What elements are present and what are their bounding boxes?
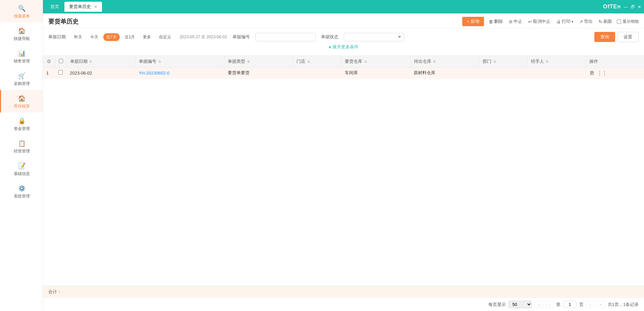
th-type: 单据类型 ⇅ xyxy=(224,56,293,68)
sidebar-item-sales[interactable]: 📊 销售管理 xyxy=(0,45,43,68)
date-filter-label: 单据日期 xyxy=(48,34,66,40)
footer-total-label: 合计： xyxy=(48,289,61,295)
sidebar-item-basic[interactable]: 📝 基础信息 xyxy=(0,158,43,180)
bill-number-input[interactable] xyxy=(255,33,316,41)
print-label: 打印 xyxy=(562,18,571,25)
sort-type-icon[interactable]: ⇅ xyxy=(247,60,250,63)
print-button[interactable]: 🖨 打印 ▾ xyxy=(555,18,575,25)
row-type: 要货单要货 xyxy=(224,68,293,79)
sidebar-item-system[interactable]: ⚙️ 系统管理 xyxy=(0,180,43,203)
sort-number-icon[interactable]: ⇅ xyxy=(158,60,161,63)
cancel-stop-button[interactable]: ↩ 取消中止 xyxy=(527,18,552,25)
sidebar-item-operations[interactable]: 📋 经营管理 xyxy=(0,135,43,158)
page-prefix-label: 第 xyxy=(556,302,560,308)
date-btn-more[interactable]: 更多 xyxy=(140,33,154,41)
sort-department-icon[interactable]: ⇅ xyxy=(493,60,496,63)
cart-icon: 🛒 xyxy=(18,72,25,80)
select-all-checkbox[interactable] xyxy=(59,59,63,63)
stop-label: 中止 xyxy=(514,18,522,25)
th-checkbox xyxy=(55,56,66,68)
next-page-button[interactable]: › xyxy=(586,301,594,308)
brand-logo: OfTEn xyxy=(603,4,621,10)
chevron-down-icon: ▾ xyxy=(329,45,331,50)
th-settings: ⚙ xyxy=(43,56,55,68)
date-btn-today[interactable]: 今天 xyxy=(87,33,101,41)
window-minimize-btn[interactable]: — xyxy=(624,4,628,9)
row-actions: 🖹 ⋮⋮ xyxy=(586,68,644,79)
last-page-button[interactable]: » xyxy=(596,301,605,308)
stop-button[interactable]: ⊘ 中止 xyxy=(507,18,524,25)
bill-number-label: 单据编号 xyxy=(232,34,250,40)
date-range-display: 2023-05-27 至 2023-06-02 xyxy=(179,34,227,40)
system-icon: ⚙️ xyxy=(18,185,25,192)
row-select-checkbox[interactable] xyxy=(58,70,63,75)
date-btn-7days[interactable]: 近7天 xyxy=(103,33,120,41)
row-pending-warehouse: 原材料仓库 xyxy=(410,68,479,79)
chart-icon: 📊 xyxy=(18,50,25,57)
prev-page-button[interactable]: ‹ xyxy=(546,301,553,308)
th-store-label: 门店 xyxy=(297,59,305,64)
sidebar-item-quick-nav-label: 快捷导航 xyxy=(14,36,30,42)
refresh-icon: ↻ xyxy=(599,19,602,24)
sidebar-item-system-label: 系统管理 xyxy=(14,193,30,199)
view-action-icon[interactable]: 🖹 xyxy=(589,70,594,76)
date-btn-1month[interactable]: 近1月 xyxy=(122,33,138,41)
show-detail-checkbox[interactable] xyxy=(617,19,621,24)
row-number: YH-20230602-0 xyxy=(135,68,224,79)
refresh-button[interactable]: ↻ 刷新 xyxy=(597,18,613,25)
th-pending-warehouse-label: 待出仓库 xyxy=(414,59,431,64)
home-icon: 🏠 xyxy=(18,27,25,35)
tab-close-icon[interactable]: ✕ xyxy=(94,5,97,9)
sidebar-item-purchase[interactable]: 🛒 采购管理 xyxy=(0,68,43,90)
sidebar-item-inventory[interactable]: 🏠 库存核算 xyxy=(0,90,43,113)
sidebar-item-inventory-label: 库存核算 xyxy=(14,103,30,109)
date-btn-custom[interactable]: 自定义 xyxy=(156,33,174,41)
search-button[interactable]: 查询 xyxy=(594,32,615,42)
bill-status-label: 单据状态 xyxy=(321,34,338,40)
tab-home[interactable]: 首页 xyxy=(46,2,64,12)
per-page-select[interactable]: 20 50 100 200 xyxy=(508,301,532,308)
tab-requisition-history-label: 要货单历史 xyxy=(69,4,91,10)
delete-button[interactable]: 🗑 删除 xyxy=(487,18,504,25)
edit-action-icon[interactable]: ⋮⋮ xyxy=(597,70,607,76)
date-btn-yesterday[interactable]: 昨天 xyxy=(71,33,85,41)
sidebar-item-finance[interactable]: 🔒 资金管理 xyxy=(0,113,43,135)
new-button[interactable]: + 新增 xyxy=(462,17,484,26)
th-store: 门店 ⇅ xyxy=(293,56,341,68)
first-page-button[interactable]: « xyxy=(535,301,543,308)
export-button[interactable]: ↗ 导出 xyxy=(578,18,594,25)
row-index: 1 xyxy=(43,68,55,79)
table-footer: 合计： xyxy=(43,286,644,298)
settings-button[interactable]: 设置 xyxy=(617,32,639,42)
column-settings-icon[interactable]: ⚙ xyxy=(47,58,51,64)
pagination: 每页显示 20 50 100 200 « ‹ 第 页 › » 共1页，1条记录 xyxy=(43,298,644,311)
sidebar-item-search[interactable]: 🔍 搜索菜单 xyxy=(0,0,43,23)
sort-handler-icon[interactable]: ⇅ xyxy=(546,60,548,63)
page-number-input[interactable] xyxy=(563,301,577,308)
sort-store-icon[interactable]: ⇅ xyxy=(307,60,310,63)
th-department: 部门 ⇅ xyxy=(479,56,527,68)
topbar-right: OfTEn — 🗗 ✕ xyxy=(603,4,641,10)
tab-requisition-history[interactable]: 要货单历史 ✕ xyxy=(64,2,102,12)
row-number-link[interactable]: YH-20230602-0 xyxy=(139,71,169,76)
main-area: 首页 要货单历史 ✕ OfTEn — 🗗 ✕ 要货单历史 + 新增 🗑 删除 xyxy=(43,0,644,311)
cancel-stop-label: 取消中止 xyxy=(533,18,550,25)
sort-date-icon[interactable]: ⇅ xyxy=(89,60,92,63)
window-close-btn[interactable]: ✕ xyxy=(638,4,641,9)
th-handler: 经手人 ⇅ xyxy=(527,56,586,68)
expand-filter-button[interactable]: ▾ 展开更多条件 xyxy=(329,44,359,50)
th-date-label: 单据日期 xyxy=(70,59,88,64)
bill-status-select[interactable] xyxy=(344,33,404,41)
page-suffix-label: 页 xyxy=(579,302,584,308)
print-dropdown-icon: ▾ xyxy=(572,20,573,24)
window-restore-btn[interactable]: 🗗 xyxy=(631,4,635,9)
print-icon: 🖨 xyxy=(556,19,561,24)
th-req-warehouse: 要货仓库 ⇅ xyxy=(341,56,410,68)
date-filter-buttons: 昨天 今天 近7天 近1月 更多 自定义 xyxy=(71,33,174,41)
show-detail-toggle[interactable]: 显示明细 xyxy=(617,19,639,25)
sort-req-warehouse-icon[interactable]: ⇅ xyxy=(364,60,367,63)
sort-pending-warehouse-icon[interactable]: ⇅ xyxy=(433,60,436,63)
stop-icon: ⊘ xyxy=(509,19,513,24)
sidebar-item-quick-nav[interactable]: 🏠 快捷导航 xyxy=(0,23,43,45)
sidebar-item-finance-label: 资金管理 xyxy=(14,126,30,132)
